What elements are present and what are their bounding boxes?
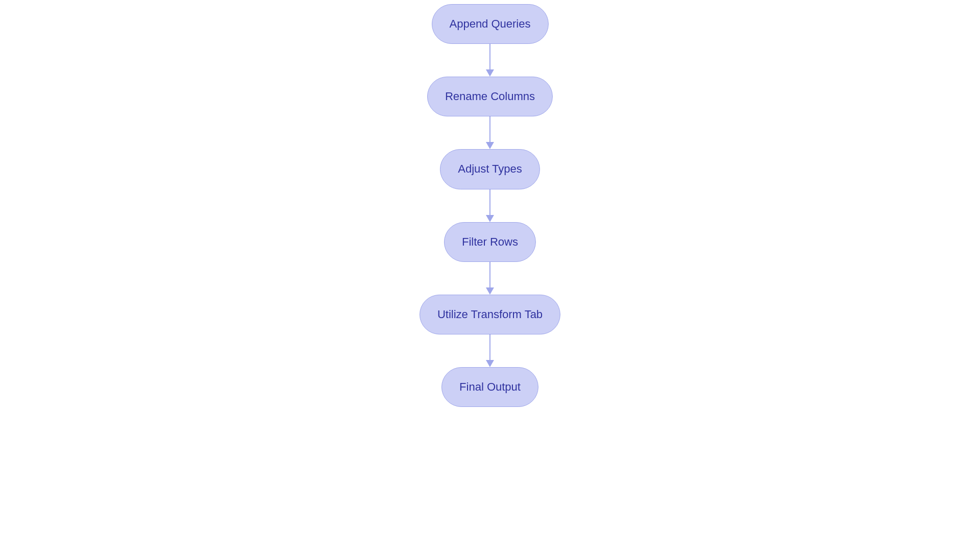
arrow-line bbox=[489, 334, 491, 360]
arrow-head bbox=[486, 69, 494, 77]
arrow-head bbox=[486, 215, 494, 222]
arrow-icon bbox=[486, 44, 494, 77]
node-utilize-transform-tab[interactable]: Utilize Transform Tab bbox=[420, 295, 560, 334]
node-filter-rows[interactable]: Filter Rows bbox=[444, 222, 536, 262]
arrow-line bbox=[489, 44, 491, 70]
node-rename-columns[interactable]: Rename Columns bbox=[427, 77, 553, 116]
arrow-head bbox=[486, 360, 494, 367]
arrow-icon bbox=[486, 189, 494, 222]
node-final-output[interactable]: Final Output bbox=[442, 367, 538, 407]
arrow-icon bbox=[486, 334, 494, 367]
node-append-queries[interactable]: Append Queries bbox=[432, 4, 549, 44]
flowchart: Append Queries Rename Columns Adjust Typ… bbox=[420, 4, 560, 407]
arrow-icon bbox=[486, 116, 494, 149]
arrow-icon bbox=[486, 262, 494, 295]
node-adjust-types[interactable]: Adjust Types bbox=[440, 149, 540, 189]
arrow-line bbox=[489, 116, 491, 142]
arrow-head bbox=[486, 142, 494, 149]
arrow-line bbox=[489, 189, 491, 215]
arrow-line bbox=[489, 262, 491, 288]
arrow-head bbox=[486, 287, 494, 295]
